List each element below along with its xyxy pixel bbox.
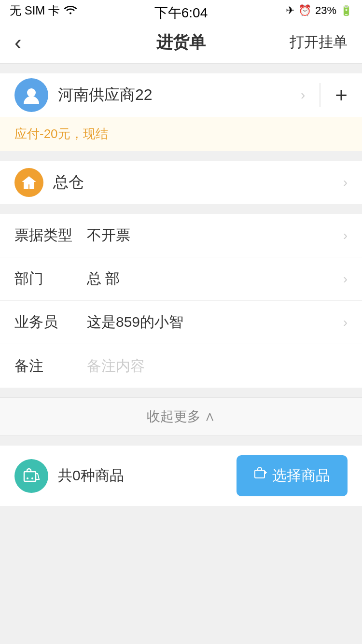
gap1 — [0, 64, 362, 73]
status-bar: 无 SIM 卡 下午6:04 ✈ ⏰ 23% 🔋 — [0, 0, 362, 21]
nav-title: 进货单 — [156, 31, 206, 54]
supplier-name: 河南供应商22 — [58, 84, 301, 106]
department-row[interactable]: 部门 总 部 › — [0, 257, 362, 301]
remark-label: 备注 — [14, 356, 77, 376]
home-icon — [21, 174, 37, 191]
department-value: 总 部 — [87, 269, 343, 289]
invoice-type-row[interactable]: 票据类型 不开票 › — [0, 214, 362, 257]
svg-point-0 — [27, 88, 36, 97]
warehouse-icon — [14, 168, 43, 197]
svg-point-2 — [27, 477, 28, 479]
notice-text: 应付-20元，现结 — [14, 126, 108, 141]
select-product-button[interactable]: 选择商品 — [237, 455, 348, 496]
warehouse-section[interactable]: 总仓 › — [0, 161, 362, 204]
status-left: 无 SIM 卡 — [10, 3, 77, 18]
select-product-icon — [254, 467, 267, 484]
svg-point-3 — [31, 477, 33, 479]
product-count-label: 共0种商品 — [58, 466, 237, 486]
alarm-icon: ⏰ — [298, 4, 311, 17]
svg-rect-4 — [255, 470, 265, 478]
cart-icon — [22, 467, 41, 485]
battery-text: 23% — [315, 4, 336, 17]
svg-rect-1 — [24, 472, 36, 481]
nav-bar: ‹ 进货单 打开挂单 — [0, 21, 362, 64]
warehouse-name: 总仓 — [53, 172, 343, 193]
wifi-icon — [64, 4, 77, 17]
invoice-type-label: 票据类型 — [14, 225, 77, 245]
invoice-type-arrow-icon: › — [343, 228, 348, 243]
salesperson-arrow-icon: › — [343, 315, 348, 330]
content: 河南供应商22 › + 应付-20元，现结 总仓 › 票据类型 不开票 › 部门… — [0, 64, 362, 506]
user-icon — [22, 85, 41, 105]
status-right: ✈ ⏰ 23% 🔋 — [286, 4, 352, 17]
salesperson-value: 这是859的小智 — [87, 312, 343, 332]
department-label: 部门 — [14, 269, 77, 289]
location-icon: ✈ — [286, 4, 294, 17]
select-product-label: 选择商品 — [272, 466, 330, 486]
add-supplier-button[interactable]: + — [335, 83, 348, 107]
status-time: 下午6:04 — [154, 4, 208, 22]
warehouse-arrow-icon: › — [343, 175, 348, 190]
product-icon — [14, 459, 48, 493]
notice-bar: 应付-20元，现结 — [0, 117, 362, 151]
supplier-avatar — [14, 78, 48, 112]
salesperson-row[interactable]: 业务员 这是859的小智 › — [0, 301, 362, 344]
remark-row[interactable]: 备注 备注内容 — [0, 344, 362, 388]
collapse-bar[interactable]: 收起更多 ∧ — [0, 397, 362, 436]
remark-input[interactable]: 备注内容 — [87, 356, 348, 376]
carrier-text: 无 SIM 卡 — [10, 3, 60, 18]
back-button[interactable]: ‹ — [14, 30, 22, 55]
bottom-bar: 共0种商品 选择商品 — [0, 446, 362, 506]
department-arrow-icon: › — [343, 271, 348, 287]
salesperson-label: 业务员 — [14, 312, 77, 332]
open-pending-button[interactable]: 打开挂单 — [290, 32, 348, 52]
battery-icon: 🔋 — [340, 5, 352, 16]
supplier-section[interactable]: 河南供应商22 › + — [0, 73, 362, 117]
form-section: 票据类型 不开票 › 部门 总 部 › 业务员 这是859的小智 › 备注 备注… — [0, 214, 362, 388]
collapse-label: 收起更多 ∧ — [147, 407, 216, 426]
invoice-type-value: 不开票 — [87, 225, 343, 245]
supplier-arrow-icon: › — [301, 87, 305, 103]
supplier-divider — [320, 83, 320, 107]
